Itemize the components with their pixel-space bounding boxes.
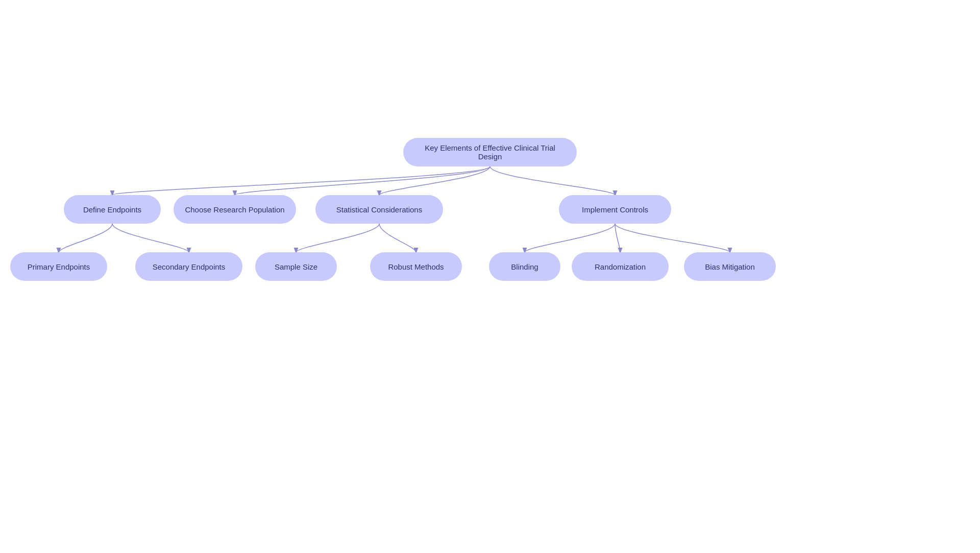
- secondary-endpoints-node: Secondary Endpoints: [135, 252, 242, 281]
- robust-methods-node: Robust Methods: [370, 252, 462, 281]
- define-endpoints-node: Define Endpoints: [64, 195, 161, 224]
- bias-mitigation-node: Bias Mitigation: [684, 252, 776, 281]
- blinding-node: Blinding: [489, 252, 560, 281]
- primary-endpoints-node: Primary Endpoints: [10, 252, 107, 281]
- root-node: Key Elements of Effective Clinical Trial…: [403, 138, 577, 166]
- sample-size-node: Sample Size: [255, 252, 337, 281]
- randomization-node: Randomization: [572, 252, 669, 281]
- implement-controls-node: Implement Controls: [559, 195, 671, 224]
- statistical-considerations-node: Statistical Considerations: [315, 195, 443, 224]
- choose-research-node: Choose Research Population: [174, 195, 296, 224]
- diagram-container: Key Elements of Effective Clinical Trial…: [0, 0, 980, 553]
